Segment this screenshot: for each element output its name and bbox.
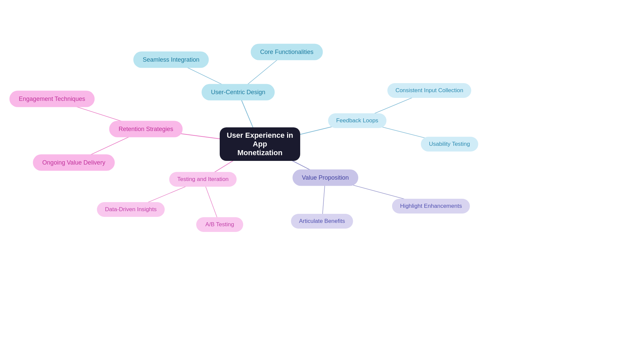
consistent-input-node[interactable]: Consistent Input Collection — [387, 83, 471, 98]
articulate-benefits-node[interactable]: Articulate Benefits — [291, 214, 353, 229]
core-functionalities-label: Core Functionalities — [260, 49, 313, 56]
retention-label: Retention Strategies — [118, 126, 173, 133]
ab-testing-node[interactable]: A/B Testing — [196, 217, 243, 232]
center-node[interactable]: User Experience in AppMonetization — [220, 127, 300, 161]
data-driven-node[interactable]: Data-Driven Insights — [97, 202, 165, 217]
engagement-techniques-node[interactable]: Engagement Techniques — [9, 91, 95, 107]
feedback-loops-label: Feedback Loops — [336, 117, 378, 124]
testing-iteration-label: Testing and Iteration — [177, 176, 228, 183]
highlight-enhancements-node[interactable]: Highlight Enhancements — [392, 199, 470, 214]
engagement-label: Engagement Techniques — [19, 96, 85, 103]
retention-strategies-node[interactable]: Retention Strategies — [109, 121, 182, 137]
highlight-enhancements-label: Highlight Enhancements — [400, 203, 462, 209]
seamless-integration-node[interactable]: Seamless Integration — [133, 52, 209, 68]
seamless-integration-label: Seamless Integration — [143, 56, 199, 63]
value-proposition-node[interactable]: Value Proposition — [292, 170, 358, 186]
usability-testing-label: Usability Testing — [429, 141, 470, 147]
articulate-benefits-label: Articulate Benefits — [299, 218, 345, 225]
user-centric-design-node[interactable]: User-Centric Design — [202, 84, 275, 101]
data-driven-label: Data-Driven Insights — [105, 206, 157, 213]
testing-iteration-node[interactable]: Testing and Iteration — [169, 172, 236, 187]
usability-testing-node[interactable]: Usability Testing — [421, 137, 478, 152]
ab-testing-label: A/B Testing — [205, 221, 234, 228]
center-label: User Experience in AppMonetization — [220, 131, 300, 157]
value-proposition-label: Value Proposition — [302, 174, 349, 181]
core-functionalities-node[interactable]: Core Functionalities — [251, 44, 323, 60]
ongoing-value-label: Ongoing Value Delivery — [42, 159, 105, 166]
user-centric-label: User-Centric Design — [211, 89, 265, 96]
consistent-input-label: Consistent Input Collection — [395, 87, 463, 94]
feedback-loops-node[interactable]: Feedback Loops — [328, 113, 386, 128]
ongoing-value-delivery-node[interactable]: Ongoing Value Delivery — [33, 155, 115, 171]
